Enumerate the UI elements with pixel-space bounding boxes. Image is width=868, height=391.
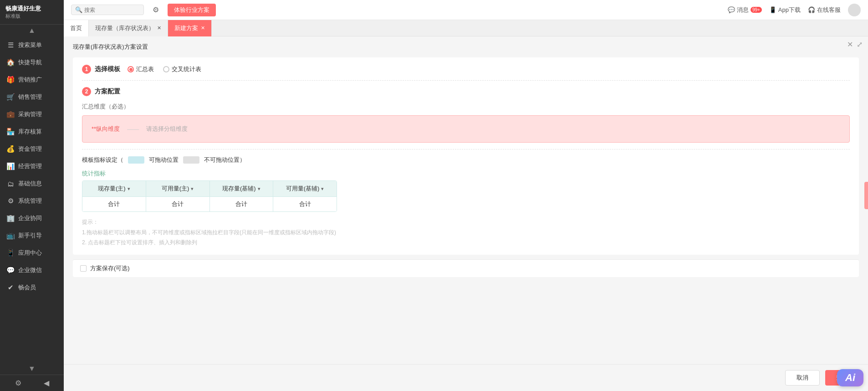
sidebar-item-label: 搜索菜单 (18, 41, 42, 49)
tab-new-plan[interactable]: 新建方案 ✕ (168, 20, 212, 36)
tab-inventory-status[interactable]: 现存量（库存状况表） ✕ (89, 20, 168, 36)
app-name: 畅康通好生意 (5, 5, 58, 13)
stats-cell-0: 合计 (82, 196, 146, 211)
purchase-icon: 💼 (6, 110, 15, 118)
gear-icon: ⚙ (153, 5, 159, 14)
search-menu-icon: ☰ (6, 41, 15, 49)
ai-badge[interactable]: Ai (837, 369, 863, 386)
cancel-button[interactable]: 取消 (785, 370, 820, 386)
sidebar-item-label: 采购管理 (18, 110, 42, 118)
page-title: 现存量(库存状况表)方案设置 (73, 43, 859, 51)
tab-inventory-close-icon[interactable]: ✕ (157, 25, 161, 31)
right-edge-handle[interactable] (864, 182, 868, 209)
step2-num: 2 (82, 87, 91, 96)
online-service-button[interactable]: 🎧 在线客服 (808, 6, 841, 14)
step2-divider (82, 149, 850, 149)
sidebar-item-base-info[interactable]: 🗂 基础信息 (0, 175, 64, 192)
sidebar-item-newbie[interactable]: 📺 新手引导 (0, 227, 64, 244)
save-checkbox-label: 方案保存(可选) (90, 264, 130, 273)
stats-col-header-0[interactable]: 现存量(主) ▾ (82, 181, 146, 196)
search-input[interactable] (84, 7, 139, 13)
inventory-icon: 🏪 (6, 128, 15, 136)
radio-cross[interactable]: 交叉统计表 (163, 65, 201, 73)
vip-icon: ✔ (6, 283, 15, 292)
indicator-setting-label: 模板指标设定（ (82, 156, 123, 164)
sidebar-collapse-icon[interactable]: ◀ (44, 379, 49, 387)
radio-summary-label: 汇总表 (136, 65, 154, 73)
stats-table: 现存量(主) ▾ 可用量(主) ▾ 现存量(基辅) ▾ 可用量(基辅) ▾ (82, 180, 337, 212)
tab-new-plan-close-icon[interactable]: ✕ (201, 25, 205, 31)
radio-summary[interactable]: 汇总表 (128, 65, 154, 73)
sidebar-item-sales[interactable]: 🛒 销售管理 (0, 88, 64, 106)
sidebar: 畅康通好生意 标准版 ▲ ☰ 搜索菜单 🏠 快捷导航 🎁 营销推广 🛒 销售管理… (0, 0, 64, 391)
sidebar-item-enterprise[interactable]: 🏢 企业协同 (0, 210, 64, 227)
main-area: 🔍 ⚙ 体验行业方案 💬 消息 99+ 📱 App下载 🎧 在线客服 (64, 0, 868, 391)
sidebar-item-wechat[interactable]: 💬 企业微信 (0, 262, 64, 279)
save-checkbox[interactable] (80, 265, 87, 272)
stats-col-label-0: 现存量(主) (98, 185, 126, 193)
stats-cell-1: 合计 (146, 196, 210, 211)
sidebar-item-app-center[interactable]: 📱 应用中心 (0, 244, 64, 262)
app-download-label: App下载 (778, 6, 801, 14)
user-avatar[interactable] (848, 4, 861, 16)
phone-icon: 📱 (769, 6, 776, 13)
topbar-right: 💬 消息 99+ 📱 App下载 🎧 在线客服 (728, 4, 861, 16)
movable-badge (128, 156, 144, 164)
sidebar-item-operations[interactable]: 📊 经营管理 (0, 158, 64, 175)
wechat-icon: 💬 (6, 266, 15, 274)
chevron-down-icon-0: ▾ (128, 186, 130, 192)
headset-icon: 🎧 (808, 6, 815, 13)
message-badge: 99+ (751, 7, 762, 13)
message-button[interactable]: 💬 消息 99+ (728, 6, 762, 14)
vertical-dim-label: **纵向维度 (92, 125, 120, 133)
topbar-gear-button[interactable]: ⚙ (149, 4, 162, 16)
step2-header: 2 方案配置 (82, 87, 850, 96)
topbar-search-box[interactable]: 🔍 (71, 5, 144, 15)
sidebar-item-quick-nav[interactable]: 🏠 快捷导航 (0, 54, 64, 71)
panel-expand-button[interactable]: ⤢ (857, 40, 863, 49)
sidebar-item-vip[interactable]: ✔ 畅会员 (0, 279, 64, 296)
panel-close-button[interactable]: ✕ (847, 40, 853, 49)
sidebar-item-finance[interactable]: 💰 资金管理 (0, 140, 64, 158)
industry-plan-button[interactable]: 体验行业方案 (168, 4, 216, 16)
stats-cell-3: 合计 (273, 196, 337, 211)
sidebar-item-label: 资金管理 (18, 145, 42, 153)
sidebar-item-label: 应用中心 (18, 249, 42, 257)
sidebar-item-label: 库存核算 (18, 128, 42, 136)
sidebar-item-label: 快捷导航 (18, 58, 42, 67)
tips-item-0: 1.拖动标题栏可以调整布局，不可跨维度或指标区域拖拉栏目字段(只能在同一维度或指… (82, 228, 850, 238)
stats-table-header: 现存量(主) ▾ 可用量(主) ▾ 现存量(基辅) ▾ 可用量(基辅) ▾ (82, 181, 337, 196)
app-download-button[interactable]: 📱 App下载 (769, 6, 801, 14)
sidebar-scroll-down[interactable]: ▼ (0, 363, 64, 375)
sidebar-item-system[interactable]: ⚙ 系统管理 (0, 192, 64, 210)
stats-col-header-1[interactable]: 可用量(主) ▾ (146, 181, 210, 196)
sidebar-item-marketing[interactable]: 🎁 营销推广 (0, 71, 64, 88)
sidebar-item-search-menu[interactable]: ☰ 搜索菜单 (0, 36, 64, 54)
tab-new-plan-label: 新建方案 (174, 24, 198, 32)
chevron-down-icon-3: ▾ (321, 186, 324, 192)
template-radio-group: 汇总表 交叉统计表 (128, 65, 201, 73)
stats-col-header-2[interactable]: 现存量(基辅) ▾ (210, 181, 274, 196)
tab-home[interactable]: 首页 (64, 20, 89, 36)
radio-summary-circle (128, 66, 134, 72)
message-label: 消息 (737, 6, 749, 14)
step1-header: 1 选择模板 汇总表 交叉统计表 (82, 65, 850, 74)
sidebar-item-purchase[interactable]: 💼 采购管理 (0, 106, 64, 123)
summary-dimension-label: 汇总维度（必选） (82, 103, 850, 111)
save-checkbox-area: 方案保存(可选) (73, 259, 859, 277)
sales-icon: 🛒 (6, 93, 15, 101)
step1-divider (82, 80, 850, 81)
tab-inventory-label: 现存量（库存状况表） (95, 24, 154, 32)
tips-section: 提示： 1.拖动标题栏可以调整布局，不可跨维度或指标区域拖拉栏目字段(只能在同一… (82, 218, 850, 247)
step2-label: 方案配置 (95, 87, 120, 96)
stats-col-label-1: 可用量(主) (162, 185, 189, 193)
dimension-selection-box[interactable]: **纵向维度 —— 请选择分组维度 (82, 115, 850, 143)
sidebar-item-inventory[interactable]: 🏪 库存核算 (0, 123, 64, 140)
tabbar: 首页 现存量（库存状况表） ✕ 新建方案 ✕ (64, 20, 868, 36)
sidebar-settings-icon[interactable]: ⚙ (15, 379, 21, 387)
settings-card: 1 选择模板 汇总表 交叉统计表 2 方案配置 (73, 57, 859, 255)
sidebar-scroll-up[interactable]: ▲ (0, 25, 64, 36)
immovable-badge (183, 156, 199, 164)
stats-col-header-3[interactable]: 可用量(基辅) ▾ (273, 181, 337, 196)
search-icon: 🔍 (75, 6, 82, 13)
